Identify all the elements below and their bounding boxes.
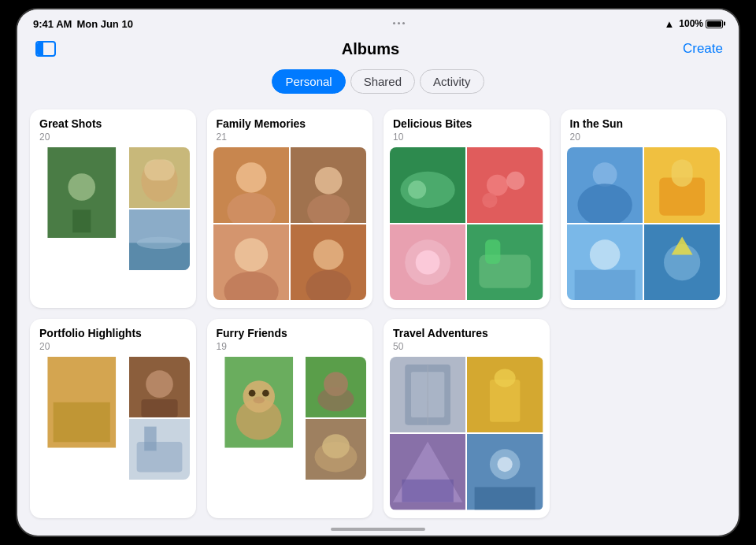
svg-point-27 (483, 193, 498, 208)
album-family-memories[interactable]: Family Memories 21 (207, 109, 373, 308)
photo-grid (213, 357, 367, 480)
photo-cell (567, 147, 643, 223)
svg-rect-5 (144, 159, 175, 180)
svg-point-59 (262, 390, 269, 397)
photo-cell (36, 147, 128, 239)
home-indicator (331, 528, 425, 531)
photo-grid (36, 147, 190, 270)
svg-rect-33 (485, 239, 500, 264)
photo-cell (644, 224, 720, 300)
photo-cell (644, 147, 720, 223)
tab-bar: Personal Shared Activity (17, 66, 739, 103)
svg-point-63 (324, 372, 348, 396)
photo-cell (129, 147, 190, 208)
album-portfolio-highlights[interactable]: Portfolio Highlights 20 (30, 319, 196, 517)
svg-point-50 (146, 370, 173, 398)
photo-cell (390, 224, 465, 300)
date: Mon Jun 10 (76, 18, 133, 30)
svg-rect-53 (136, 442, 182, 473)
svg-point-58 (248, 390, 255, 397)
ipad-frame: 9:41 AM Mon Jun 10 ▲ 100% (16, 8, 740, 537)
photo-cell (291, 224, 366, 300)
battery-percent: 100% (679, 18, 703, 29)
album-title: Furry Friends (217, 327, 364, 340)
photo-cell (390, 357, 465, 432)
dots-menu (393, 22, 405, 24)
album-count: 20 (39, 132, 187, 143)
album-travel-adventures[interactable]: Travel Adventures 50 (384, 319, 550, 517)
photo-cell (467, 147, 543, 223)
album-title: Family Memories (217, 117, 364, 131)
svg-point-23 (408, 180, 426, 198)
svg-rect-51 (141, 399, 177, 417)
photo-cell (467, 357, 543, 432)
album-furry-friends[interactable]: Furry Friends 19 (207, 319, 373, 517)
album-title: In the Sun (570, 117, 717, 131)
svg-rect-54 (144, 427, 156, 451)
svg-point-35 (592, 162, 617, 187)
photo-grid (390, 147, 543, 301)
photo-cell (213, 224, 289, 300)
svg-rect-80 (475, 488, 536, 510)
status-left: 9:41 AM Mon Jun 10 (33, 18, 133, 30)
svg-point-19 (313, 239, 344, 270)
dot1 (393, 22, 395, 24)
wifi-icon: ▲ (664, 18, 674, 30)
photo-cell (467, 224, 543, 300)
album-count: 50 (393, 341, 540, 352)
tab-personal[interactable]: Personal (272, 69, 345, 94)
svg-point-16 (234, 238, 267, 271)
svg-point-79 (498, 457, 513, 472)
photo-cell (390, 434, 465, 510)
photo-cell (467, 434, 543, 510)
album-title: Delicious Bites (393, 117, 540, 131)
album-delicious-bites[interactable]: Delicious Bites 10 (384, 109, 550, 308)
nav-bar: Albums Create (17, 35, 739, 66)
svg-rect-39 (671, 159, 692, 187)
photo-grid (213, 147, 367, 301)
svg-point-66 (322, 434, 350, 458)
photo-cell (567, 224, 643, 300)
album-great-shots[interactable]: Great Shots 20 (30, 109, 196, 308)
tab-activity[interactable]: Activity (420, 69, 484, 94)
svg-rect-42 (574, 270, 635, 301)
svg-rect-73 (495, 369, 516, 387)
time: 9:41 AM (33, 18, 72, 30)
sidebar-toggle-button[interactable] (33, 38, 58, 60)
photo-cell (306, 419, 366, 480)
album-title: Great Shots (39, 117, 187, 131)
photo-cell (213, 357, 305, 448)
photo-cell (129, 419, 190, 480)
battery-container: 100% (679, 18, 723, 29)
svg-point-25 (487, 174, 508, 195)
photo-cell (36, 357, 128, 448)
battery-fill (707, 21, 721, 27)
photo-cell (129, 357, 190, 417)
photo-cell (213, 147, 289, 223)
album-count: 20 (570, 132, 717, 143)
sidebar-icon (35, 41, 56, 57)
svg-point-26 (506, 172, 524, 190)
album-title: Travel Adventures (393, 327, 540, 340)
status-right: ▲ 100% (664, 18, 723, 30)
dot2 (398, 22, 400, 24)
svg-point-10 (235, 162, 266, 193)
ipad-screen: 9:41 AM Mon Jun 10 ▲ 100% (17, 9, 739, 536)
album-count: 20 (39, 341, 187, 352)
svg-point-1 (68, 173, 95, 201)
album-count: 19 (217, 341, 364, 352)
photo-cell (291, 147, 366, 223)
photo-grid (36, 357, 190, 480)
svg-point-30 (416, 250, 440, 275)
album-count: 21 (217, 132, 364, 143)
tab-shared[interactable]: Shared (350, 69, 415, 94)
albums-container: Great Shots 20 (17, 103, 739, 536)
status-bar: 9:41 AM Mon Jun 10 ▲ 100% (17, 9, 739, 35)
svg-point-41 (589, 239, 620, 270)
photo-grid (390, 357, 543, 510)
album-in-the-sun[interactable]: In the Sun 20 (561, 109, 727, 308)
svg-point-8 (136, 236, 182, 248)
photo-cell (390, 147, 465, 223)
photo-cell (129, 209, 190, 270)
create-button[interactable]: Create (683, 41, 723, 57)
